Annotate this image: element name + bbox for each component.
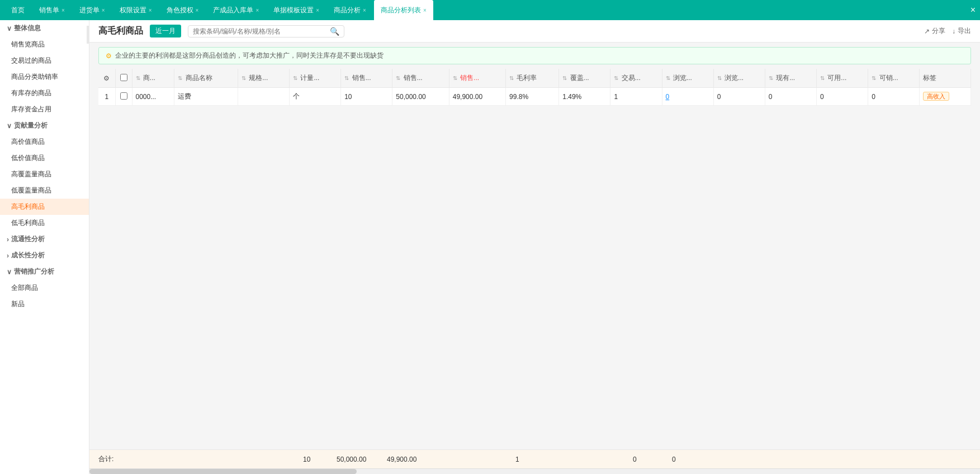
share-button[interactable]: ↗ 分享 (924, 26, 945, 36)
table-header-row: ⚙ ⇅ 商... ⇅ 商品名称 (98, 69, 971, 88)
sidebar-group-liquidity[interactable]: › 流通性分析 (0, 231, 89, 247)
col-unit[interactable]: ⇅ 计量... (290, 69, 341, 88)
nav-tab-analysis-label: 商品分析 (334, 6, 361, 15)
footer-coverage-spacer (473, 456, 512, 463)
tip-bar: ⚙ 企业的主要的利润都是这部分商品创造的，可考虑加大推广，同时关注库存是不要出现… (98, 47, 971, 64)
sidebar-item-high-coverage[interactable]: 高覆盖量商品 (0, 166, 89, 182)
sidebar-group-contribution-label: 贡献量分析 (14, 121, 48, 130)
chevron-right-icon: › (7, 236, 9, 243)
sidebar: « ∨ 整体信息 销售览商品 交易过的商品 商品分类助销率 有库存的商品 库存资… (0, 20, 89, 474)
sidebar-item-new-products[interactable]: 新品 (0, 296, 89, 312)
period-button[interactable]: 近一月 (150, 25, 181, 37)
sidebar-item-high-value[interactable]: 高价值商品 (0, 134, 89, 150)
data-table: ⚙ ⇅ 商... ⇅ 商品名称 (98, 69, 971, 106)
col-name[interactable]: ⇅ 商品名称 (174, 69, 238, 88)
row-sales-amount: 50,000.00 (392, 88, 449, 106)
sidebar-item-low-margin[interactable]: 低毛利商品 (0, 215, 89, 231)
nav-tab-roles[interactable]: 角色授权 × (160, 0, 206, 20)
nav-tab-permissions[interactable]: 权限设置 × (113, 0, 159, 20)
sidebar-item-all-products[interactable]: 全部商品 (0, 280, 89, 296)
footer-total: 合计: 10 50,000.00 49,900.00 1 0 0 (89, 449, 980, 468)
sidebar-item-high-margin[interactable]: 高毛利商品 (0, 199, 89, 215)
nav-tab-analysis-list-close[interactable]: × (423, 7, 427, 13)
nav-close-all-button[interactable]: × (970, 5, 976, 15)
sidebar-group-marketing[interactable]: ∨ 营销推广分析 (0, 264, 89, 280)
sidebar-group-overall[interactable]: ∨ 整体信息 (0, 20, 89, 36)
nav-tab-permissions-label: 权限设置 (120, 6, 146, 15)
search-box: 🔍 (188, 25, 344, 37)
search-input[interactable] (193, 27, 328, 35)
sort-icon-coverage: ⇅ (562, 75, 567, 81)
nav-tab-permissions-close[interactable]: × (149, 7, 152, 13)
col-current-stock[interactable]: ⇅ 现有... (765, 69, 816, 88)
sidebar-item-low-value[interactable]: 低价值商品 (0, 150, 89, 166)
sidebar-group-marketing-label: 营销推广分析 (14, 267, 54, 276)
row-sales-qty: 10 (341, 88, 392, 106)
sidebar-group-growth[interactable]: › 成长性分析 (0, 247, 89, 264)
chevron-right-icon-2: › (7, 252, 9, 260)
nav-tab-roles-close[interactable]: × (196, 7, 199, 13)
sidebar-item-sales-overview[interactable]: 销售览商品 (0, 36, 89, 53)
nav-tab-template-label: 单据模板设置 (273, 6, 314, 15)
footer-browse2-spacer (590, 456, 629, 463)
col-sales-qty[interactable]: ⇅ 销售... (341, 69, 392, 88)
col-browse2[interactable]: ⇅ 浏览... (713, 69, 765, 88)
horizontal-scrollbar[interactable] (89, 468, 980, 474)
row-spec (238, 88, 289, 106)
nav-tab-inbound[interactable]: 产成品入库单 × (206, 0, 266, 20)
nav-tab-purchase-label: 进货单 (79, 6, 100, 15)
share-label: 分享 (932, 26, 945, 36)
col-checkbox[interactable] (115, 69, 132, 88)
nav-tab-inbound-label: 产成品入库单 (213, 6, 253, 15)
tip-text: 企业的主要的利润都是这部分商品创造的，可考虑加大推广，同时关注库存是不要出现缺货 (115, 51, 384, 60)
nav-tab-template-close[interactable]: × (316, 7, 319, 13)
col-settings[interactable]: ⚙ (98, 69, 115, 88)
sidebar-item-category-rate[interactable]: 商品分类助销率 (0, 69, 89, 85)
row-current-stock: 0 (765, 88, 816, 106)
select-all-checkbox[interactable] (120, 74, 127, 81)
col-browse1[interactable]: ⇅ 浏览... (662, 69, 713, 88)
export-label: 导出 (958, 26, 971, 36)
nav-tab-home[interactable]: 首页 (4, 0, 31, 20)
nav-tab-template[interactable]: 单据模板设置 × (267, 0, 326, 20)
col-transaction[interactable]: ⇅ 交易... (610, 69, 662, 88)
row-available: 0 (817, 88, 868, 106)
export-button[interactable]: ↓ 导出 (952, 26, 971, 36)
col-available[interactable]: ⇅ 可用... (817, 69, 868, 88)
sidebar-item-low-coverage[interactable]: 低覆盖量商品 (0, 182, 89, 199)
row-select-checkbox[interactable] (120, 92, 127, 100)
row-browse1[interactable]: 0 (662, 88, 713, 106)
nav-tab-analysis[interactable]: 商品分析 × (327, 0, 373, 20)
settings-icon[interactable]: ⚙ (103, 74, 110, 82)
sidebar-item-in-stock[interactable]: 有库存的商品 (0, 85, 89, 101)
nav-tab-roles-label: 角色授权 (167, 6, 193, 15)
nav-tab-purchase-close[interactable]: × (102, 7, 105, 13)
row-sales-cost: 49,900.00 (449, 88, 505, 106)
nav-tab-purchase[interactable]: 进货单 × (73, 0, 112, 20)
col-spec[interactable]: ⇅ 规格... (238, 69, 289, 88)
table-row: 1 0000... 运费 (98, 88, 971, 106)
nav-tab-sales[interactable]: 销售单 × (32, 0, 72, 20)
col-coverage[interactable]: ⇅ 覆盖... (559, 69, 610, 88)
nav-tab-inbound-close[interactable]: × (255, 7, 259, 13)
sidebar-item-traded[interactable]: 交易过的商品 (0, 53, 89, 69)
nav-tab-analysis-close[interactable]: × (363, 7, 366, 13)
col-sales-cost[interactable]: ⇅ 销售... (449, 69, 505, 88)
sort-icon-transaction: ⇅ (614, 75, 618, 81)
nav-tab-analysis-list[interactable]: 商品分析列表 × (374, 0, 433, 20)
col-tag[interactable]: 标签 (920, 69, 971, 88)
scrollbar-thumb[interactable] (89, 469, 357, 474)
row-checkbox[interactable] (115, 88, 132, 106)
nav-tab-sales-close[interactable]: × (61, 7, 65, 13)
page-title: 高毛利商品 (98, 25, 143, 37)
footer-qty-value: 10 (300, 456, 333, 463)
col-gross-rate[interactable]: ⇅ 毛利率 (506, 69, 559, 88)
search-icon[interactable]: 🔍 (330, 27, 339, 36)
row-index: 1 (98, 88, 115, 106)
footer-sales-qty (143, 456, 300, 463)
sidebar-item-stock-capital[interactable]: 库存资金占用 (0, 101, 89, 118)
col-code[interactable]: ⇅ 商... (132, 69, 174, 88)
sidebar-group-contribution[interactable]: ∨ 贡献量分析 (0, 118, 89, 134)
col-sales-amount[interactable]: ⇅ 销售... (392, 69, 449, 88)
col-sellable[interactable]: ⇅ 可销... (868, 69, 920, 88)
